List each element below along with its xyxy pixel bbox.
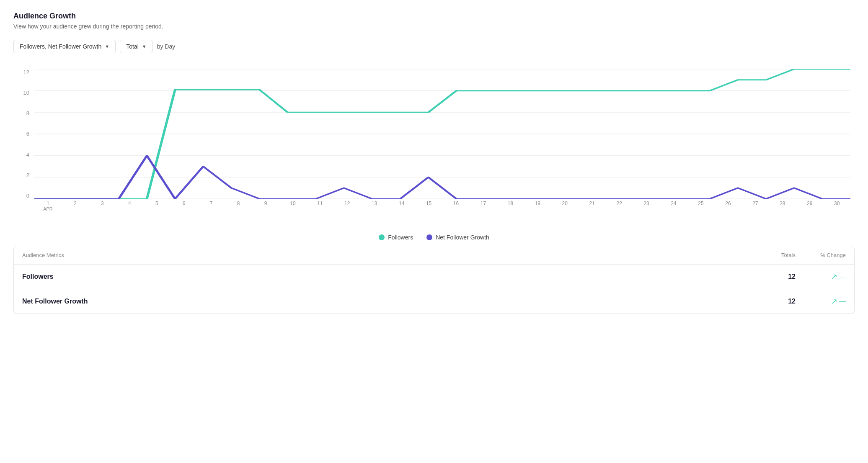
x-axis: 1APR 2 3 4 5 6 7 8 9 10 11 12 13 14 15 1… xyxy=(34,201,850,216)
audience-growth-chart: 12 10 8 6 4 2 0 1APR 2 3 xyxy=(13,65,855,224)
followers-total: 12 xyxy=(762,273,796,280)
net-growth-change-arrow-icon: ↗ xyxy=(831,297,837,306)
metrics-table: Audience Metrics Totals % Change Followe… xyxy=(13,246,855,314)
followers-legend-item: Followers xyxy=(379,234,413,241)
metric-chevron-icon: ▼ xyxy=(105,44,109,49)
followers-change: ↗ — xyxy=(812,272,846,281)
table-row-followers: Followers 12 ↗ — xyxy=(14,264,854,289)
chart-legend: Followers Net Follower Growth xyxy=(13,234,855,246)
page-subtitle: View how your audience grew during the r… xyxy=(13,23,855,30)
net-growth-legend-item: Net Follower Growth xyxy=(426,234,489,241)
net-growth-change: ↗ — xyxy=(812,297,846,306)
time-period-label: by Day xyxy=(157,43,176,50)
page-title: Audience Growth xyxy=(13,12,855,21)
net-growth-legend-dot xyxy=(426,234,432,240)
aggregation-chevron-icon: ▼ xyxy=(142,44,147,49)
net-growth-legend-label: Net Follower Growth xyxy=(436,234,489,241)
net-growth-change-dash: — xyxy=(839,298,846,305)
table-row-net-follower-growth: Net Follower Growth 12 ↗ — xyxy=(14,289,854,314)
y-axis: 12 10 8 6 4 2 0 xyxy=(13,69,32,199)
table-header: Audience Metrics Totals % Change xyxy=(14,246,854,264)
followers-legend-dot xyxy=(379,234,385,240)
chart-svg xyxy=(34,69,850,199)
metric-dropdown[interactable]: Followers, Net Follower Growth ▼ xyxy=(13,40,116,53)
net-growth-row-right: 12 ↗ — xyxy=(762,297,846,306)
followers-change-arrow-icon: ↗ xyxy=(831,272,837,281)
table-header-metric: Audience Metrics xyxy=(22,252,762,258)
table-header-change: % Change xyxy=(812,252,846,258)
table-header-right: Totals % Change xyxy=(762,252,846,258)
net-growth-row-label: Net Follower Growth xyxy=(22,298,762,305)
followers-row-label: Followers xyxy=(22,273,762,280)
table-header-totals: Totals xyxy=(762,252,796,258)
net-growth-total: 12 xyxy=(762,298,796,305)
followers-row-right: 12 ↗ — xyxy=(762,272,846,281)
followers-legend-label: Followers xyxy=(388,234,413,241)
followers-change-dash: — xyxy=(839,273,846,280)
aggregation-dropdown[interactable]: Total ▼ xyxy=(120,40,152,53)
